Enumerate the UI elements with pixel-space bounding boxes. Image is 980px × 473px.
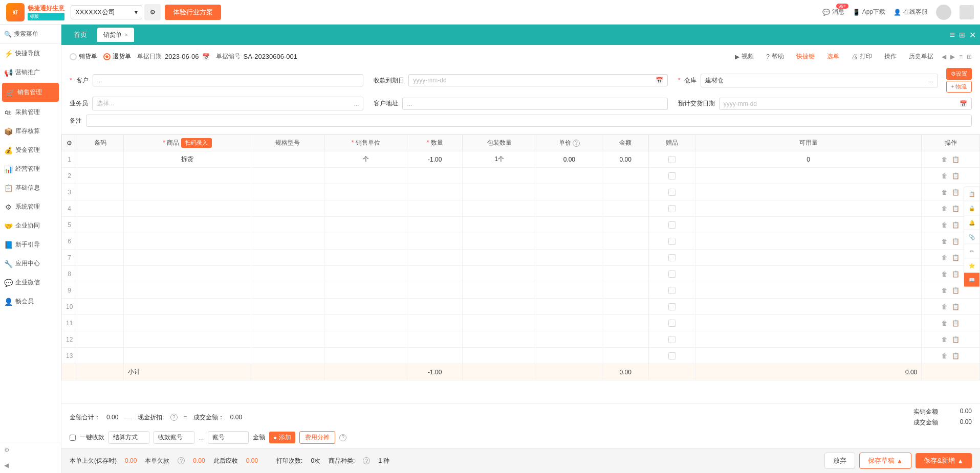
view-list-icon[interactable]: ≡ [949,30,955,40]
sidebar-item-9[interactable]: 🤝企业协同 [0,216,61,235]
row-spec-3[interactable] [251,200,324,217]
row-spec-7[interactable] [251,266,324,282]
row-amount-8[interactable] [602,282,649,299]
row-spec-0[interactable] [251,151,324,168]
expected-delivery-calendar-icon[interactable]: 📅 [960,100,967,107]
copy-icon-7[interactable]: 📋 [952,271,960,278]
row-package-qty-9[interactable] [463,299,536,315]
customer-input[interactable]: ... [93,74,364,86]
sidebar-item-8[interactable]: ⚙系统管理 [0,197,61,216]
row-product-0[interactable]: 拆货 [124,151,251,168]
save-draft-button[interactable]: 保存草稿 ▲ [859,453,912,469]
row-barcode-9[interactable] [77,299,124,315]
row-sales-unit-1[interactable] [324,168,407,184]
row-gift-9[interactable] [649,299,695,315]
discount-help-icon[interactable]: ? [170,414,178,421]
row-amount-1[interactable] [602,168,649,184]
row-spec-4[interactable] [251,217,324,233]
row-product-2[interactable] [124,184,251,200]
row-package-qty-10[interactable] [463,315,536,331]
row-barcode-5[interactable] [77,233,124,250]
row-gift-0[interactable] [649,151,695,168]
float-bell-btn[interactable]: 🔔 [964,215,979,230]
copy-icon-12[interactable]: 📋 [952,352,960,359]
row-unit-price-5[interactable] [536,233,602,250]
row-amount-10[interactable] [602,315,649,331]
radio-return[interactable]: 退货单 [103,52,131,61]
row-unit-price-7[interactable] [536,266,602,282]
paydue-input[interactable]: yyyy-mm-dd 📅 [408,74,667,86]
settings-icon[interactable]: ⚙ [144,4,161,20]
sidebar-settings-item[interactable]: ⚙ [0,442,61,458]
sidebar-item-6[interactable]: 📊经营管理 [0,160,61,178]
row-package-qty-7[interactable] [463,266,536,282]
delete-icon-11[interactable]: 🗑 [942,336,948,343]
avatar[interactable] [936,5,951,20]
sidebar-item-11[interactable]: 🔧应用中心 [0,254,61,273]
row-amount-11[interactable] [602,331,649,348]
delete-icon-6[interactable]: 🗑 [942,254,948,261]
row-package-qty-4[interactable] [463,217,536,233]
trial-button[interactable]: 体验行业方案 [165,5,221,20]
row-product-12[interactable] [124,348,251,364]
unit-price-help-icon[interactable]: ? [573,140,580,147]
paydue-calendar-icon[interactable]: 📅 [656,77,663,84]
float-clipboard-btn[interactable]: 📋 [964,187,979,201]
row-package-qty-11[interactable] [463,331,536,348]
row-spec-11[interactable] [251,331,324,348]
row-quantity-0[interactable]: -1.00 [407,151,463,168]
table-settings-icon[interactable]: ⚙ [67,140,72,147]
row-product-3[interactable] [124,200,251,217]
row-sales-unit-10[interactable] [324,315,407,331]
row-product-1[interactable] [124,168,251,184]
tab-bar-close-icon[interactable]: ✕ [969,30,976,40]
row-unit-price-6[interactable] [536,250,602,266]
row-gift-6[interactable] [649,250,695,266]
delete-icon-7[interactable]: 🗑 [942,271,948,278]
row-quantity-11[interactable] [407,331,463,348]
row-sales-unit-6[interactable] [324,250,407,266]
gift-checkbox-6[interactable] [668,254,676,261]
row-quantity-4[interactable] [407,217,463,233]
settings-action-btn[interactable]: ⚙设置 [946,68,972,80]
delete-icon-2[interactable]: 🗑 [942,189,948,196]
row-package-qty-8[interactable] [463,282,536,299]
row-amount-0[interactable]: 0.00 [602,151,649,168]
date-calendar-icon[interactable]: 📅 [202,53,210,60]
company-select[interactable]: XXXXXX公司 ▾ [71,5,142,19]
row-quantity-1[interactable] [407,168,463,184]
row-product-6[interactable] [124,250,251,266]
row-amount-5[interactable] [602,233,649,250]
row-amount-6[interactable] [602,250,649,266]
row-spec-10[interactable] [251,315,324,331]
tab-close-icon[interactable]: × [125,32,128,38]
row-sales-unit-12[interactable] [324,348,407,364]
row-sales-unit-8[interactable] [324,282,407,299]
account-placeholder-input[interactable]: 账号 [208,431,249,444]
message-action[interactable]: 💬 消息 99+ [822,8,844,16]
row-barcode-11[interactable] [77,331,124,348]
copy-icon-9[interactable]: 📋 [952,303,960,310]
row-barcode-10[interactable] [77,315,124,331]
th-settings[interactable]: ⚙ [62,135,77,151]
row-spec-8[interactable] [251,282,324,299]
product-type-help-icon[interactable]: ? [363,457,370,464]
copy-icon-6[interactable]: 📋 [952,254,960,261]
row-barcode-4[interactable] [77,217,124,233]
grid-view-icon[interactable]: ⊞ [967,53,972,60]
row-unit-price-11[interactable] [536,331,602,348]
copy-icon-8[interactable]: 📋 [952,287,960,294]
row-spec-9[interactable] [251,299,324,315]
row-barcode-7[interactable] [77,266,124,282]
sidebar-item-12[interactable]: 💬企业微信 [0,273,61,292]
copy-icon-11[interactable]: 📋 [952,336,960,343]
sidebar-item-1[interactable]: 📢营销推广 [0,63,61,82]
online-service-action[interactable]: 👤 在线客服 [894,8,928,16]
delete-icon-4[interactable]: 🗑 [942,221,948,229]
delete-icon-3[interactable]: 🗑 [942,205,948,212]
copy-icon-3[interactable]: 📋 [952,205,960,212]
row-barcode-0[interactable] [77,151,124,168]
row-unit-price-4[interactable] [536,217,602,233]
row-package-qty-6[interactable] [463,250,536,266]
gift-checkbox-4[interactable] [668,221,676,229]
